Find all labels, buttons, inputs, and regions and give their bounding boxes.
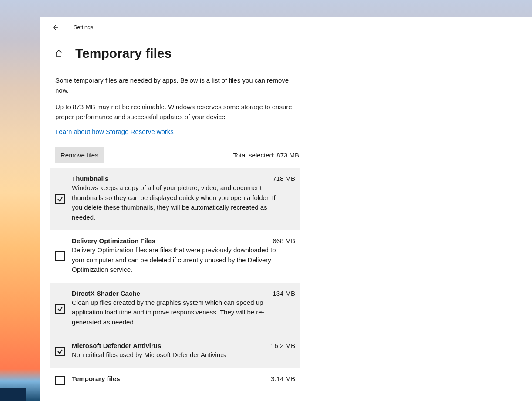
desktop-wallpaper: Settings Temporary files Some temporary …	[0, 0, 532, 401]
category-description: Windows keeps a copy of all of your pict…	[72, 183, 276, 222]
check-icon	[57, 348, 63, 354]
category-header: Microsoft Defender Antivirus16.2 MB	[72, 342, 295, 349]
category-body: DirectX Shader Cache134 MBClean up files…	[72, 290, 295, 327]
file-category-list: Thumbnails718 MBWindows keeps a copy of …	[50, 168, 300, 393]
category-size: 668 MB	[273, 237, 295, 244]
category-header: DirectX Shader Cache134 MB	[72, 290, 295, 297]
category-size: 3.14 MB	[271, 375, 295, 382]
category-title: Microsoft Defender Antivirus	[72, 342, 161, 349]
settings-window: Settings Temporary files Some temporary …	[40, 17, 532, 401]
category-checkbox[interactable]	[55, 347, 65, 356]
intro-text-1: Some temporary files are needed by apps.…	[55, 75, 299, 96]
category-checkbox[interactable]	[55, 304, 65, 314]
category-checkbox[interactable]	[55, 194, 65, 204]
storage-reserve-link[interactable]: Learn about how Storage Reserve works	[55, 128, 174, 135]
page-header: Temporary files	[40, 46, 532, 61]
app-name: Settings	[74, 24, 93, 30]
check-icon	[57, 306, 63, 312]
home-button[interactable]	[51, 46, 67, 61]
category-description: Clean up files created by the graphics s…	[72, 298, 276, 327]
category-size: 718 MB	[273, 175, 295, 182]
back-button[interactable]	[47, 19, 64, 36]
file-category-item[interactable]: Thumbnails718 MBWindows keeps a copy of …	[50, 168, 300, 230]
page-title: Temporary files	[75, 46, 172, 61]
category-body: Delivery Optimization Files668 MBDeliver…	[72, 237, 295, 275]
home-icon	[54, 49, 63, 58]
back-arrow-icon	[52, 24, 59, 31]
total-selected-label: Total selected: 873 MB	[233, 151, 299, 159]
category-title: DirectX Shader Cache	[72, 290, 140, 297]
category-checkbox[interactable]	[55, 251, 65, 261]
file-category-item[interactable]: DirectX Shader Cache134 MBClean up files…	[50, 283, 300, 335]
category-checkbox[interactable]	[55, 376, 65, 385]
titlebar: Settings	[40, 17, 532, 38]
category-description: Delivery Optimization files are files th…	[72, 245, 276, 275]
category-header: Delivery Optimization Files668 MB	[72, 237, 295, 244]
category-title: Thumbnails	[72, 175, 108, 182]
check-icon	[57, 196, 63, 202]
intro-text-2: Up to 873 MB may not be reclaimable. Win…	[55, 102, 299, 122]
category-body: Microsoft Defender Antivirus16.2 MBNon c…	[72, 342, 295, 360]
action-row: Remove files Total selected: 873 MB	[55, 147, 299, 163]
category-description: Non critical files used by Microsoft Def…	[72, 350, 276, 360]
category-size: 134 MB	[273, 290, 295, 297]
content-area: Some temporary files are needed by apps.…	[40, 75, 323, 393]
category-size: 16.2 MB	[271, 342, 295, 349]
taskbar-corner	[0, 388, 26, 401]
category-title: Temporary files	[72, 375, 120, 382]
category-header: Temporary files3.14 MB	[72, 375, 295, 382]
category-header: Thumbnails718 MB	[72, 175, 295, 182]
category-body: Temporary files3.14 MB	[72, 375, 295, 385]
file-category-item[interactable]: Microsoft Defender Antivirus16.2 MBNon c…	[50, 335, 300, 368]
file-category-item[interactable]: Delivery Optimization Files668 MBDeliver…	[50, 230, 300, 283]
category-title: Delivery Optimization Files	[72, 237, 155, 244]
remove-files-button[interactable]: Remove files	[55, 147, 104, 163]
category-body: Thumbnails718 MBWindows keeps a copy of …	[72, 175, 295, 222]
file-category-item[interactable]: Temporary files3.14 MB	[50, 368, 300, 393]
